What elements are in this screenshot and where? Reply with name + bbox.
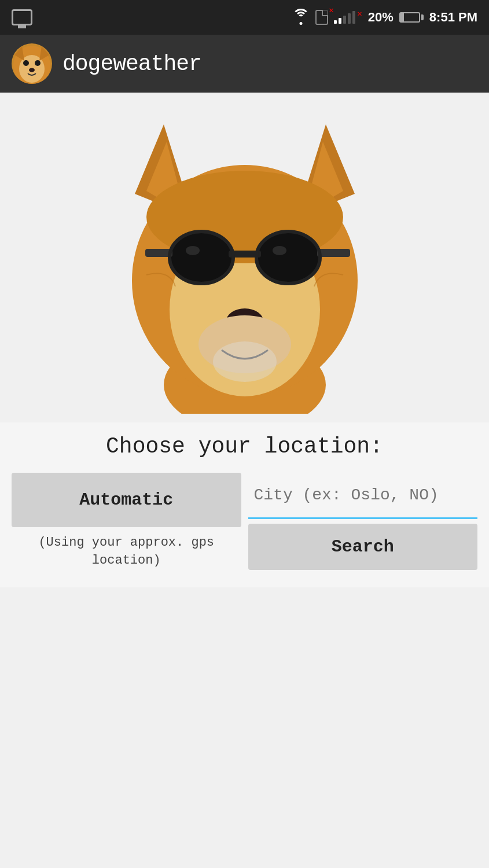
status-bar: ✕ ✕ 20% 8:51 PM [0,0,489,35]
app-header: dogeweather [0,35,489,93]
search-button[interactable]: Search [248,524,478,570]
doge-illustration [100,101,389,414]
choose-location-title: Choose your location: [12,434,477,459]
location-controls: Automatic (Using your approx. gps locati… [12,473,477,570]
app-title: dogeweather [62,52,201,76]
location-section: Choose your location: Automatic (Using y… [0,422,489,587]
svg-point-4 [23,60,29,66]
wifi-icon [292,11,310,24]
status-bar-right: ✕ ✕ 20% 8:51 PM [292,10,477,25]
city-input-container: Search [248,473,478,570]
doge-avatar [12,43,52,84]
svg-point-18 [186,246,200,255]
doge-image-area [0,93,489,422]
bottom-area [0,587,489,819]
time-display: 8:51 PM [429,10,477,25]
svg-rect-24 [317,249,350,257]
automatic-button[interactable]: Automatic [12,473,241,527]
svg-point-21 [273,246,286,255]
battery-icon [399,12,424,23]
city-input[interactable] [248,473,478,519]
screen-icon [12,9,32,25]
status-bar-left [12,9,32,25]
battery-percent-text: 20% [368,10,394,25]
main-content: Choose your location: Automatic (Using y… [0,93,489,587]
signal-bars-icon: ✕ [334,11,355,24]
svg-point-5 [35,60,41,66]
svg-point-20 [258,233,318,282]
svg-point-6 [29,68,35,72]
automatic-section: Automatic (Using your approx. gps locati… [12,473,241,570]
svg-point-30 [213,341,277,382]
svg-point-17 [171,233,231,282]
auto-description-text: (Using your approx. gps location) [12,534,241,570]
sim-icon: ✕ [315,10,328,25]
